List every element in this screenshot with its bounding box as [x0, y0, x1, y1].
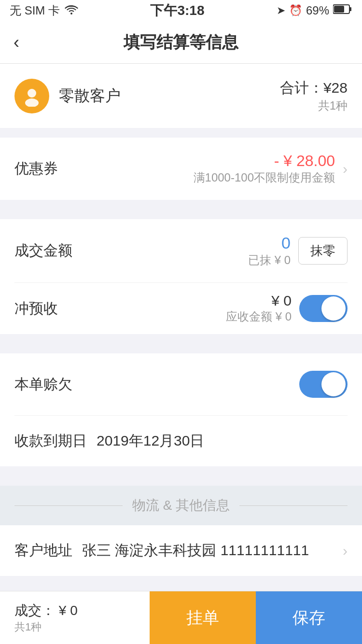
due-date-label: 收款到期日: [14, 431, 87, 451]
transaction-label: 成交金额: [14, 241, 72, 261]
back-button[interactable]: ‹: [14, 32, 19, 53]
customer-left: 零散客户: [14, 79, 121, 113]
svg-rect-1: [349, 7, 351, 11]
credit-toggle-knob: [321, 372, 346, 396]
svg-rect-2: [334, 6, 344, 13]
wifi-icon: [65, 4, 78, 17]
already-zeroed-label: 已抹 ¥ 0: [248, 252, 291, 268]
transaction-amount-col: 0 已抹 ¥ 0: [248, 234, 291, 268]
coupon-content: - ¥ 28.00 满1000-100不限制使用金额: [194, 152, 335, 185]
credit-label: 本单赊欠: [14, 375, 72, 394]
alarm-icon: ⏰: [289, 4, 302, 17]
logistics-label: 物流 & 其他信息: [132, 496, 230, 515]
credit-row: 本单赊欠: [0, 353, 362, 415]
bottom-deal-row: 成交： ¥ 0: [14, 602, 135, 620]
page-title: 填写结算等信息: [124, 31, 238, 54]
bottom-count: 共1种: [14, 620, 135, 634]
credit-toggle[interactable]: [299, 371, 348, 398]
transaction-right: 0 已抹 ¥ 0 抹零: [248, 234, 348, 268]
prepayment-toggle-knob: [321, 296, 346, 321]
svg-point-3: [28, 89, 36, 98]
svg-point-4: [25, 98, 39, 107]
prepayment-row: 冲预收 ¥ 0 应收金额 ¥ 0: [0, 283, 362, 334]
coupon-description: 满1000-100不限制使用金额: [194, 170, 335, 185]
bottom-deal-amount: ¥ 0: [59, 603, 78, 618]
logistics-line-right: [239, 505, 348, 506]
nav-bar: ‹ 填写结算等信息: [0, 21, 362, 64]
prepayment-right: ¥ 0 应收金额 ¥ 0: [226, 293, 348, 324]
prepayment-amounts: ¥ 0 应收金额 ¥ 0: [226, 293, 292, 324]
prepayment-toggle[interactable]: [299, 295, 348, 322]
customer-total: 合计：¥28: [280, 78, 348, 98]
address-row[interactable]: 客户地址 张三 海淀永丰科技园 11111111111 ›: [0, 525, 362, 576]
status-bar-right: ➤ ⏰ 69%: [277, 4, 352, 17]
address-section: 客户地址 张三 海淀永丰科技园 11111111111 ›: [0, 525, 362, 576]
prepayment-amount-main: ¥ 0: [226, 293, 292, 309]
carrier-text: 无 SIM 卡: [10, 3, 60, 18]
logistics-section-header: 物流 & 其他信息: [0, 486, 362, 525]
coupon-row[interactable]: 优惠券 - ¥ 28.00 满1000-100不限制使用金额 ›: [0, 138, 362, 200]
status-bar: 无 SIM 卡 下午3:18 ➤ ⏰ 69%: [0, 0, 362, 21]
due-date-content: 收款到期日 2019年12月30日: [14, 431, 348, 451]
logistics-line-left: [14, 505, 123, 506]
section-divider-3: [0, 476, 362, 486]
section-divider-1: [0, 210, 362, 219]
coupon-discount: - ¥ 28.00: [194, 152, 335, 170]
transaction-row: 成交金额 0 已抹 ¥ 0 抹零: [0, 219, 362, 282]
due-date-value[interactable]: 2019年12月30日: [97, 431, 204, 451]
battery-text: 69%: [306, 4, 329, 17]
save-button[interactable]: 保存: [256, 591, 362, 644]
customer-summary: 合计：¥28 共1种: [280, 78, 348, 113]
chevron-right-icon: ›: [343, 161, 348, 177]
customer-row: 零散客户 合计：¥28 共1种: [0, 64, 362, 128]
coupon-label: 优惠券: [14, 159, 58, 179]
credit-section: 本单赊欠 收款到期日 2019年12月30日: [0, 353, 362, 466]
bottom-deal-label: 成交：: [14, 603, 55, 618]
status-bar-time: 下午3:18: [150, 1, 204, 20]
address-chevron-icon: ›: [343, 543, 348, 559]
location-icon: ➤: [277, 4, 285, 17]
transaction-section: 成交金额 0 已抹 ¥ 0 抹零 冲预收 ¥ 0 应收金额 ¥ 0: [0, 219, 362, 334]
hang-button[interactable]: 挂单: [150, 591, 256, 644]
status-bar-left: 无 SIM 卡: [10, 3, 78, 18]
customer-section: 零散客户 合计：¥28 共1种: [0, 64, 362, 128]
coupon-right: - ¥ 28.00 满1000-100不限制使用金额 ›: [194, 152, 348, 185]
round-zero-button[interactable]: 抹零: [298, 237, 348, 265]
bottom-info: 成交： ¥ 0 共1种: [0, 602, 150, 634]
prepayment-label: 冲预收: [14, 299, 58, 319]
customer-avatar: [14, 79, 49, 113]
customer-name: 零散客户: [59, 85, 121, 107]
customer-count: 共1种: [280, 98, 348, 113]
address-label: 客户地址: [14, 541, 72, 560]
transaction-value[interactable]: 0: [262, 234, 291, 252]
prepayment-amount-sub: 应收金额 ¥ 0: [226, 309, 292, 324]
section-divider-2: [0, 344, 362, 353]
bottom-bar: 成交： ¥ 0 共1种 挂单 保存: [0, 591, 362, 644]
coupon-section: 优惠券 - ¥ 28.00 满1000-100不限制使用金额 ›: [0, 138, 362, 200]
address-value: 张三 海淀永丰科技园 11111111111: [82, 541, 343, 560]
due-date-row: 收款到期日 2019年12月30日: [0, 416, 362, 466]
content-area: 零散客户 合计：¥28 共1种 优惠券 - ¥ 28.00 满1000-100不…: [0, 64, 362, 644]
battery-icon: [333, 4, 352, 17]
